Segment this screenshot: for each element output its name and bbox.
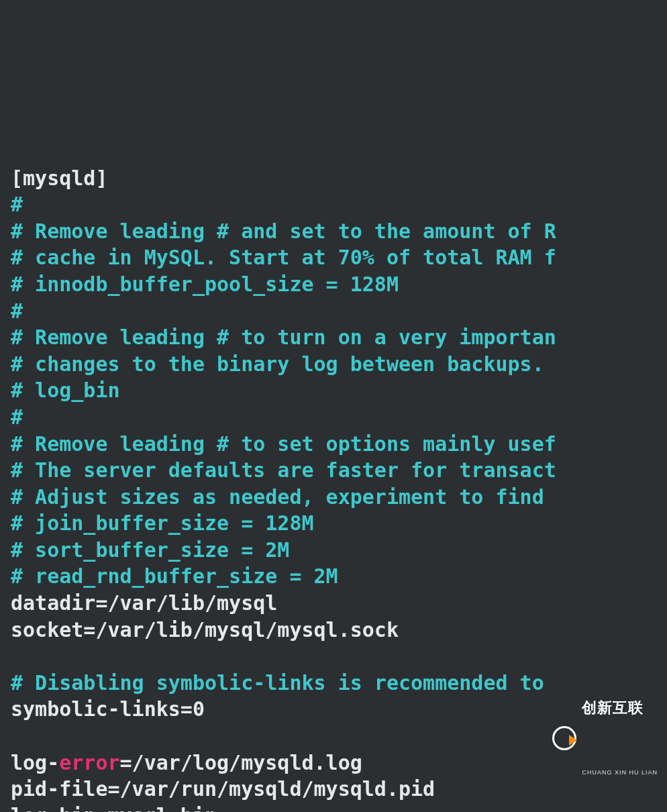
comment-line: # Remove leading # to set options mainly…	[11, 432, 556, 456]
comment-line: #	[11, 193, 23, 216]
watermark-text: 创新互联 CHUANG XIN HU LIAN	[582, 648, 658, 812]
comment-line: # log_bin	[11, 378, 120, 402]
comment-line: # Adjust sizes as needed, experiment to …	[11, 485, 556, 509]
watermark-subtitle: CHUANG XIN HU LIAN	[582, 770, 658, 776]
comment-line: # The server defaults are faster for tra…	[11, 458, 556, 482]
section-header: [mysqld]	[11, 166, 108, 190]
config-pid-file: pid-file=/var/run/mysqld/mysqld.pid	[11, 777, 435, 801]
config-log-error: log-error=/var/log/mysqld.log	[11, 751, 362, 774]
watermark-logo-icon	[552, 726, 576, 750]
comment-line: #	[11, 405, 23, 429]
comment-line: # innodb_buffer_pool_size = 128M	[11, 272, 399, 296]
comment-line: # Remove leading # to turn on a very imp…	[11, 325, 556, 349]
config-log-bin: log-bin=mysql-bin	[11, 804, 217, 812]
comment-line: # changes to the binary log between back…	[11, 352, 544, 376]
comment-line: # join_buffer_size = 128M	[11, 511, 314, 535]
watermark: 创新互联 CHUANG XIN HU LIAN	[552, 648, 658, 812]
config-datadir: datadir=/var/lib/mysql	[11, 591, 277, 615]
comment-line: # read_rnd_buffer_size = 2M	[11, 564, 338, 588]
watermark-title: 创新互联	[582, 701, 658, 715]
comment-line: # sort_buffer_size = 2M	[11, 538, 289, 562]
keyword-error: error	[59, 751, 119, 774]
config-symlinks: symbolic-links=0	[11, 697, 205, 721]
comment-line: # Disabling symbolic-links is recommende…	[11, 671, 556, 695]
comment-line: # cache in MySQL. Start at 70% of total …	[11, 246, 556, 269]
config-socket: socket=/var/lib/mysql/mysql.sock	[11, 618, 399, 642]
comment-line: # Remove leading # and set to the amount…	[11, 219, 556, 243]
comment-line: #	[11, 299, 23, 323]
